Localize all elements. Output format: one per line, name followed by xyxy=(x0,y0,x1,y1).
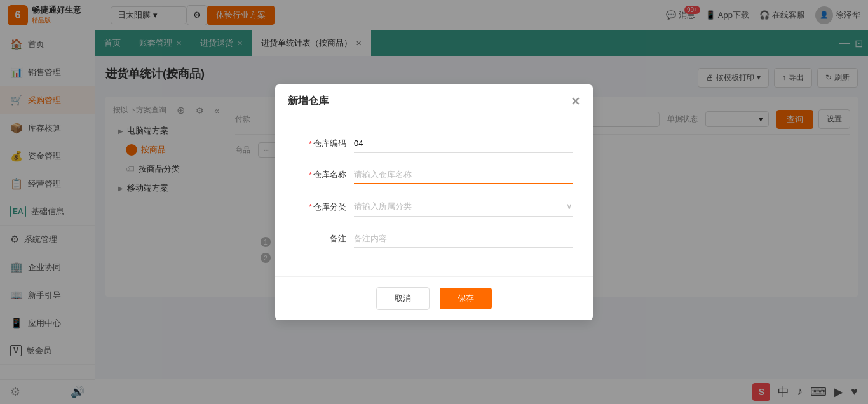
warehouse-name-input[interactable] xyxy=(354,166,573,184)
modal-title: 新增仓库 xyxy=(288,95,329,108)
warehouse-type-label: * 仓库分类 xyxy=(295,201,346,213)
remark-row: 备注 xyxy=(295,230,573,248)
warehouse-name-row: * 仓库名称 xyxy=(295,166,573,184)
warehouse-code-input[interactable] xyxy=(354,135,573,153)
remark-input[interactable] xyxy=(354,230,573,248)
modal-body: * 仓库编码 * 仓库名称 * 仓库分类 请输入所属 xyxy=(275,119,593,276)
add-warehouse-modal: 新增仓库 ✕ * 仓库编码 * 仓库名称 xyxy=(275,84,593,320)
warehouse-type-placeholder: 请输入所属分类 xyxy=(354,201,412,212)
modal-footer: 取消 保存 xyxy=(275,276,593,320)
remark-label: 备注 xyxy=(295,233,346,245)
type-dropdown-arrow-icon: ∨ xyxy=(566,201,573,211)
modal-close-button[interactable]: ✕ xyxy=(571,95,580,109)
cancel-button[interactable]: 取消 xyxy=(376,287,430,310)
warehouse-code-label: * 仓库编码 xyxy=(295,138,346,149)
warehouse-type-select[interactable]: 请输入所属分类 ∨ xyxy=(354,197,573,217)
modal-overlay: 新增仓库 ✕ * 仓库编码 * 仓库名称 xyxy=(0,0,868,404)
warehouse-code-row: * 仓库编码 xyxy=(295,135,573,153)
modal-header: 新增仓库 ✕ xyxy=(275,84,593,119)
save-button[interactable]: 保存 xyxy=(440,288,492,309)
warehouse-type-row: * 仓库分类 请输入所属分类 ∨ xyxy=(295,197,573,217)
warehouse-name-label: * 仓库名称 xyxy=(295,169,346,180)
